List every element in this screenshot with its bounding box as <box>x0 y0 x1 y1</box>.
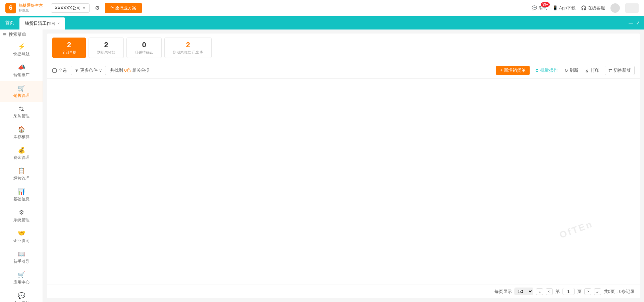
current-page-input[interactable] <box>562 288 575 295</box>
first-page-button[interactable]: « <box>536 288 543 295</box>
page-label: 第 <box>555 289 560 295</box>
summary-tab-overdue-count: 2 <box>104 41 108 49</box>
switch-version-button[interactable]: ⇄ 切换新版 <box>605 66 635 75</box>
summary-tab-all-count: 2 <box>67 41 71 49</box>
filter-icon: ▼ <box>74 68 79 73</box>
service-button[interactable]: 🎧 在线客服 <box>581 5 605 11</box>
per-page-select[interactable]: 50 20 100 <box>515 288 533 295</box>
filter-button[interactable]: ▼ 更多条件 ∨ <box>71 66 106 75</box>
last-page-button[interactable]: » <box>594 288 601 295</box>
add-sale-button[interactable]: + 新增销货单 <box>496 66 530 75</box>
select-all-checkbox[interactable] <box>52 68 57 73</box>
settings-icon[interactable]: ⚙ <box>95 5 100 11</box>
sidebar-item-system[interactable]: ⚙ 系统管理 <box>0 205 43 226</box>
content-card: 2 全部单据 2 到期未收款 0 旺铺待确认 2 到期未收款 已出库 <box>47 34 640 298</box>
user-menu[interactable] <box>625 3 639 13</box>
main-content: 2 全部单据 2 到期未收款 0 旺铺待确认 2 到期未收款 已出库 <box>43 29 644 302</box>
sidebar-item-sales[interactable]: 🛒 销售管理 <box>0 81 43 102</box>
header-right: 💬 消息 99+ 📱 App下载 🎧 在线客服 <box>532 3 639 13</box>
logo-area: 6 畅捷通好生意 标准版 <box>5 3 43 13</box>
cooperation-icon: 🤝 <box>18 230 25 237</box>
sidebar-item-guide[interactable]: 📖 新手引导 <box>0 247 43 268</box>
message-icon: 💬 <box>532 5 537 10</box>
toolbar: 全选 ▼ 更多条件 ∨ 共找到 0条 相关单据 + 新增销货单 ⚙ 批量操作 <box>47 62 640 79</box>
trial-button[interactable]: 体验行业方案 <box>105 3 142 13</box>
sidebar-item-inventory[interactable]: 🏠 库存核算 <box>0 122 43 143</box>
app-label: App下载 <box>559 5 576 11</box>
sidebar-item-business[interactable]: 📋 经营管理 <box>0 164 43 185</box>
sidebar-label-system: 系统管理 <box>13 217 30 223</box>
sales-icon: 🛒 <box>18 84 25 92</box>
sidebar-item-cooperation[interactable]: 🤝 企业协同 <box>0 226 43 247</box>
batch-label: 批量操作 <box>540 67 558 73</box>
refresh-button[interactable]: ↻ 刷新 <box>563 66 580 75</box>
sidebar-label-purchase: 采购管理 <box>13 113 30 119</box>
logo-sub: 标准版 <box>19 8 43 13</box>
message-badge: 99+ <box>541 2 550 7</box>
summary-tab-all[interactable]: 2 全部单据 <box>52 38 86 58</box>
basic-icon: 📊 <box>18 188 25 195</box>
business-icon: 📋 <box>18 167 25 175</box>
inventory-icon: 🏠 <box>18 126 25 133</box>
summary-tab-pending-count: 0 <box>142 41 146 49</box>
found-count: 0条 <box>124 68 131 73</box>
company-selector[interactable]: XXXXXX公司 ▼ <box>51 3 90 13</box>
print-button[interactable]: 🖨 打印 <box>584 66 601 75</box>
message-button[interactable]: 💬 消息 99+ <box>532 5 547 11</box>
sidebar-item-quick-nav[interactable]: ⚡ 快捷导航 <box>0 40 43 60</box>
tab-close-icon[interactable]: × <box>57 21 60 26</box>
tab-home[interactable]: 首页 <box>0 16 19 29</box>
finance-icon: 💰 <box>18 146 25 154</box>
sidebar-label-appstore: 应用中心 <box>13 280 30 285</box>
tab-maximize-icon[interactable]: ⤢ <box>636 20 640 25</box>
sidebar-item-purchase[interactable]: 🛍 采购管理 <box>0 102 43 122</box>
sidebar-label-cooperation: 企业协同 <box>13 238 30 244</box>
batch-operation-button[interactable]: ⚙ 批量操作 <box>534 66 559 75</box>
guide-icon: 📖 <box>18 250 25 258</box>
print-label: 打印 <box>591 67 599 73</box>
tab-minimize-icon[interactable]: — <box>629 20 633 25</box>
sidebar-item-wecom[interactable]: 💬 企业微信 <box>0 289 43 302</box>
tab-bar: 首页 钱货日清工作台 × — ⤢ <box>0 16 644 29</box>
switch-label: 切换新版 <box>613 68 631 73</box>
summary-tab-pending[interactable]: 0 旺铺待确认 <box>126 38 162 58</box>
next-page-button[interactable]: > <box>584 288 591 295</box>
logo-icon: 6 <box>5 3 16 13</box>
page-suffix: 页 <box>577 289 582 295</box>
sidebar-item-finance[interactable]: 💰 资金管理 <box>0 143 43 164</box>
sidebar-label-marketing: 营销推广 <box>13 72 30 78</box>
refresh-label: 刷新 <box>570 67 578 73</box>
found-text: 共找到 0条 相关单据 <box>110 67 150 73</box>
service-label: 在线客服 <box>588 5 605 11</box>
sidebar-item-appstore[interactable]: 🛒 应用中心 <box>0 268 43 289</box>
summary-tab-overdue-out[interactable]: 2 到期未收款 已出库 <box>164 38 212 58</box>
total-records: 共0页，0条记录 <box>604 289 635 295</box>
avatar[interactable] <box>610 3 620 13</box>
wecom-icon: 💬 <box>18 292 25 299</box>
switch-icon: ⇄ <box>608 68 612 73</box>
top-header: 6 畅捷通好生意 标准版 XXXXXX公司 ▼ ⚙ 体验行业方案 💬 消息 99… <box>0 0 644 16</box>
summary-tab-overdue-label: 到期未收款 <box>97 50 115 55</box>
per-page-label: 每页显示 <box>494 289 512 295</box>
sidebar-item-marketing[interactable]: 📣 营销推广 <box>0 60 43 81</box>
purchase-icon: 🛍 <box>18 105 24 112</box>
layout: ☰ 搜索菜单 ⚡ 快捷导航 📣 营销推广 🛒 销售管理 🛍 采购管理 🏠 库存核… <box>0 29 644 302</box>
found-suffix: 相关单据 <box>132 68 150 73</box>
tab-active[interactable]: 钱货日清工作台 × <box>19 17 65 29</box>
marketing-icon: 📣 <box>18 64 25 71</box>
summary-tab-overdue[interactable]: 2 到期未收款 <box>89 38 124 58</box>
chevron-down-icon: ▼ <box>82 6 86 10</box>
app-download-button[interactable]: 📱 App下载 <box>552 5 576 11</box>
logo-name: 畅捷通好生意 <box>19 3 43 8</box>
sidebar-item-basic[interactable]: 📊 基础信息 <box>0 185 43 205</box>
tab-actions: — ⤢ <box>629 20 644 25</box>
select-all-area: 全选 <box>52 67 67 73</box>
search-icon: ☰ <box>3 32 7 37</box>
filter-label: 更多条件 <box>80 67 98 73</box>
prev-page-button[interactable]: < <box>546 288 553 295</box>
pagination-bar: 每页显示 50 20 100 « < 第 页 > » 共0页，0条记录 <box>47 285 640 298</box>
search-menu-item[interactable]: ☰ 搜索菜单 <box>0 29 43 40</box>
batch-icon: ⚙ <box>535 68 539 73</box>
tab-active-label: 钱货日清工作台 <box>25 20 55 26</box>
quick-nav-icon: ⚡ <box>18 43 25 50</box>
